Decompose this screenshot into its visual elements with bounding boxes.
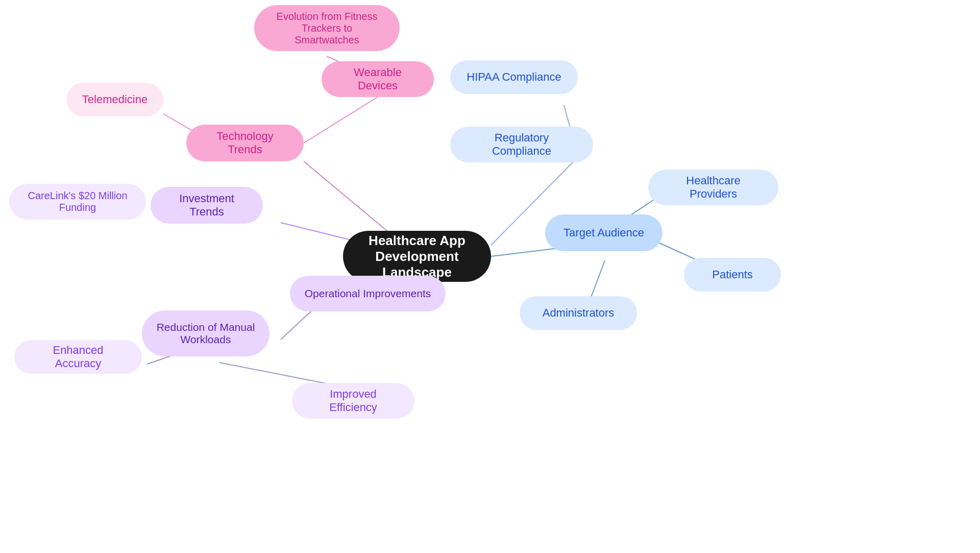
svg-line-1 [304, 97, 378, 143]
wearable-devices-node[interactable]: Wearable Devices [322, 61, 434, 97]
target-audience-node[interactable]: Target Audience [545, 214, 663, 251]
enhanced-accuracy-node[interactable]: Enhanced Accuracy [14, 340, 142, 374]
improved-efficiency-node[interactable]: Improved Efficiency [292, 383, 414, 419]
patients-node[interactable]: Patients [684, 258, 781, 292]
healthcare-providers-node[interactable]: Healthcare Providers [648, 170, 778, 205]
technology-trends-node[interactable]: Technology Trends [186, 125, 304, 161]
regulatory-compliance-node[interactable]: Regulatory Compliance [450, 127, 593, 162]
reduction-manual-workloads-node[interactable]: Reduction of Manual Workloads [142, 310, 270, 356]
center-node[interactable]: Healthcare App Development Landscape [343, 231, 491, 282]
svg-line-15 [590, 260, 605, 301]
evolution-node[interactable]: Evolution from Fitness Trackers to Smart… [254, 5, 400, 51]
telemedicine-node[interactable]: Telemedicine [66, 83, 163, 116]
administrators-node[interactable]: Administrators [520, 296, 637, 330]
hipaa-compliance-node[interactable]: HIPAA Compliance [450, 60, 578, 94]
carelink-funding-node[interactable]: CareLink's $20 Million Funding [9, 184, 146, 220]
investment-trends-node[interactable]: Investment Trends [151, 187, 263, 224]
operational-improvements-node[interactable]: Operational Improvements [290, 276, 446, 311]
